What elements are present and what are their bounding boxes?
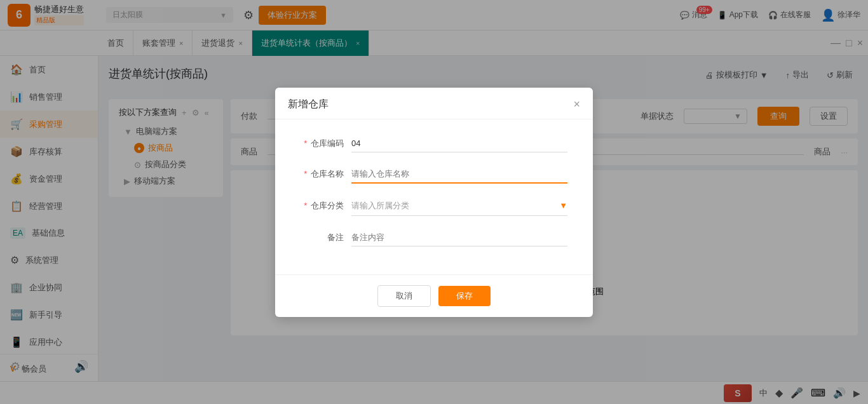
category-required: * bbox=[304, 201, 307, 210]
modal-new-warehouse: 新增仓库 × * 仓库编码 * 仓库名称 bbox=[275, 88, 593, 317]
category-label: * 仓库分类 bbox=[301, 200, 351, 212]
code-required: * bbox=[304, 138, 307, 148]
category-label-text: 仓库分类 bbox=[311, 201, 344, 210]
modal-close-button[interactable]: × bbox=[573, 98, 580, 110]
form-row-category: * 仓库分类 请输入所属分类 ▼ bbox=[301, 196, 567, 216]
category-select[interactable]: 请输入所属分类 ▼ bbox=[351, 196, 567, 216]
name-required: * bbox=[304, 169, 307, 178]
category-placeholder: 请输入所属分类 bbox=[351, 200, 409, 212]
form-row-name: * 仓库名称 bbox=[301, 165, 567, 184]
modal-title: 新增仓库 bbox=[288, 98, 329, 111]
save-button[interactable]: 保存 bbox=[438, 286, 491, 306]
code-label: * 仓库编码 bbox=[301, 138, 351, 149]
modal-header: 新增仓库 × bbox=[275, 88, 593, 119]
cancel-button[interactable]: 取消 bbox=[377, 285, 431, 307]
form-row-code: * 仓库编码 bbox=[301, 135, 567, 152]
name-label-text: 仓库名称 bbox=[311, 169, 344, 178]
name-label: * 仓库名称 bbox=[301, 168, 351, 180]
modal-body: * 仓库编码 * 仓库名称 * 仓库分类 请输入所属 bbox=[275, 119, 593, 274]
modal-footer: 取消 保存 bbox=[275, 274, 593, 317]
code-label-text: 仓库编码 bbox=[311, 138, 344, 148]
note-input[interactable] bbox=[351, 229, 567, 246]
note-label: 备注 bbox=[301, 232, 351, 243]
note-label-text: 备注 bbox=[327, 232, 344, 242]
modal-overlay[interactable]: 新增仓库 × * 仓库编码 * 仓库名称 bbox=[0, 0, 868, 404]
name-input[interactable] bbox=[351, 165, 567, 184]
category-dropdown-icon: ▼ bbox=[559, 201, 567, 210]
form-row-note: 备注 bbox=[301, 229, 567, 246]
code-input[interactable] bbox=[351, 135, 567, 152]
